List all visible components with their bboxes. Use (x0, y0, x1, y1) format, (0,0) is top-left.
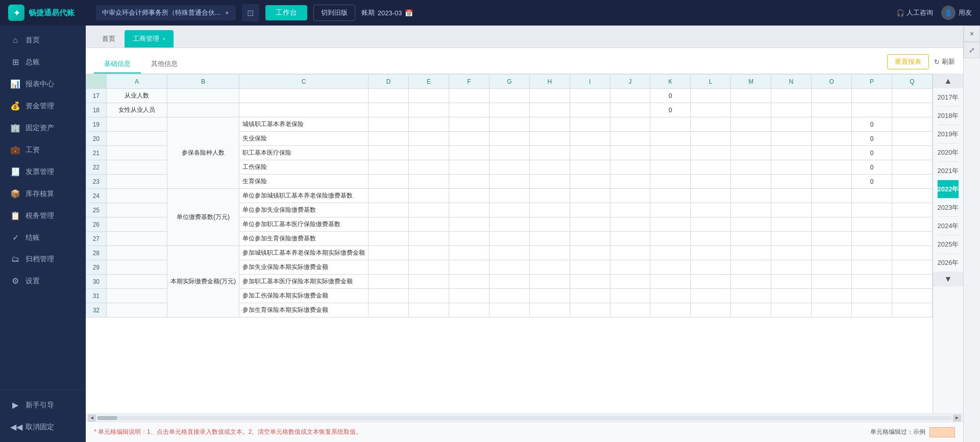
cell-col-l[interactable] (691, 275, 731, 289)
cell-col-j[interactable] (610, 246, 650, 260)
cell-col-q[interactable] (892, 146, 932, 160)
cell-col-a[interactable] (106, 289, 167, 303)
cell-col-e[interactable] (409, 203, 449, 217)
cell-col-g[interactable] (489, 289, 529, 303)
cell-col-j[interactable] (610, 303, 650, 317)
cell-col-k[interactable] (650, 189, 691, 203)
cell-col-l[interactable] (691, 175, 731, 189)
cell-col-h[interactable] (529, 189, 570, 203)
cell-col-i[interactable] (570, 275, 610, 289)
cell-col-o[interactable] (812, 132, 852, 146)
cell-col-i[interactable] (570, 117, 610, 132)
cell-col-q[interactable] (892, 132, 932, 146)
cell-col-p[interactable]: 0 (852, 175, 892, 189)
cell-col-p[interactable] (852, 303, 892, 317)
cell-col-l[interactable] (691, 89, 731, 103)
cell-col-b[interactable] (167, 89, 239, 103)
col-header-o[interactable]: O (812, 75, 852, 89)
cell-col-f[interactable] (449, 303, 489, 317)
cell-col-g[interactable] (489, 275, 529, 289)
cell-col-k[interactable] (650, 146, 691, 160)
cell-col-l[interactable] (691, 146, 731, 160)
company-icon-btn[interactable]: ⊡ (242, 4, 259, 21)
scroll-right-btn[interactable]: ▶ (953, 414, 961, 422)
col-header-d[interactable]: D (369, 75, 409, 89)
sidebar-item-finance[interactable]: 💰 资金管理 (0, 95, 86, 117)
cell-col-h[interactable] (529, 117, 570, 132)
cell-col-j[interactable] (610, 203, 650, 217)
cell-col-l[interactable] (691, 303, 731, 317)
cell-col-g[interactable] (489, 89, 529, 103)
cell-col-a[interactable] (106, 175, 167, 189)
cell-col-b[interactable] (167, 103, 239, 117)
cell-col-e[interactable] (409, 146, 449, 160)
cell-col-e[interactable] (409, 275, 449, 289)
cell-col-f[interactable] (449, 103, 489, 117)
cell-col-m[interactable] (731, 303, 771, 317)
cell-col-b[interactable]: 单位缴费基数(万元) (167, 189, 239, 246)
spreadsheet-container[interactable]: A B C D E F G H I J K L (86, 74, 933, 413)
sidebar-item-unpin[interactable]: ◀◀ 取消固定 (0, 416, 86, 438)
cell-col-k[interactable] (650, 289, 691, 303)
cell-col-k[interactable] (650, 303, 691, 317)
cell-col-j[interactable] (610, 289, 650, 303)
cell-col-g[interactable] (489, 260, 529, 275)
cell-col-k[interactable] (650, 132, 691, 146)
cell-col-g[interactable] (489, 189, 529, 203)
sidebar-item-reports[interactable]: 📊 报表中心 (0, 73, 86, 95)
cell-col-c[interactable]: 单位参加生育保险缴费基数 (239, 232, 369, 246)
service-button[interactable]: 🎧 人工咨询 (896, 8, 933, 17)
cell-col-j[interactable] (610, 132, 650, 146)
cell-col-k[interactable] (650, 217, 691, 232)
cell-col-i[interactable] (570, 160, 610, 175)
cell-col-o[interactable] (812, 160, 852, 175)
cell-col-l[interactable] (691, 217, 731, 232)
cell-col-h[interactable] (529, 175, 570, 189)
cell-col-j[interactable] (610, 160, 650, 175)
cell-col-m[interactable] (731, 146, 771, 160)
cell-col-k[interactable] (650, 260, 691, 275)
cell-col-l[interactable] (691, 160, 731, 175)
sidebar-item-settings[interactable]: ⚙ 设置 (0, 270, 86, 292)
cell-col-o[interactable] (812, 203, 852, 217)
company-selector[interactable]: 中审众环会计师事务所（特殊普通合伙... ▼ (96, 5, 236, 20)
cell-col-a[interactable] (106, 217, 167, 232)
cell-col-q[interactable] (892, 189, 932, 203)
cell-col-o[interactable] (812, 289, 852, 303)
cell-col-d[interactable] (369, 260, 409, 275)
close-window-button[interactable]: × (964, 26, 980, 42)
year-item[interactable]: 2022年 (938, 180, 959, 199)
cell-col-q[interactable] (892, 217, 932, 232)
cell-col-c[interactable]: 职工基本医疗保险 (239, 146, 369, 160)
cell-col-g[interactable] (489, 132, 529, 146)
cell-col-a[interactable]: 从业人数 (106, 89, 167, 103)
cell-col-a[interactable] (106, 260, 167, 275)
cell-col-i[interactable] (570, 203, 610, 217)
cell-col-l[interactable] (691, 189, 731, 203)
cell-col-p[interactable] (852, 260, 892, 275)
cell-col-c[interactable]: 生育保险 (239, 175, 369, 189)
cell-col-d[interactable] (369, 146, 409, 160)
cell-col-i[interactable] (570, 146, 610, 160)
col-header-i[interactable]: I (570, 75, 610, 89)
cell-col-b[interactable]: 本期实际缴费金额(万元) (167, 246, 239, 317)
cell-col-j[interactable] (610, 103, 650, 117)
cell-col-h[interactable] (529, 289, 570, 303)
cell-col-q[interactable] (892, 89, 932, 103)
cell-col-e[interactable] (409, 260, 449, 275)
cell-col-a[interactable]: 女性从业人员 (106, 103, 167, 117)
cell-col-c[interactable]: 失业保险 (239, 132, 369, 146)
cell-col-m[interactable] (731, 189, 771, 203)
cell-col-c[interactable]: 参加城镇职工基本养老保险本期实际缴费金额 (239, 246, 369, 260)
cell-col-l[interactable] (691, 132, 731, 146)
sidebar-item-archive[interactable]: 🗂 归档管理 (0, 249, 86, 270)
cell-col-g[interactable] (489, 217, 529, 232)
cell-col-e[interactable] (409, 289, 449, 303)
cell-col-o[interactable] (812, 89, 852, 103)
cell-col-c[interactable]: 单位参加城镇职工基本养老保险缴费基数 (239, 189, 369, 203)
cell-col-p[interactable]: 0 (852, 117, 892, 132)
cell-col-c[interactable]: 城镇职工基本养老保险 (239, 117, 369, 132)
cell-col-p[interactable]: 0 (852, 160, 892, 175)
cell-col-c[interactable]: 工伤保险 (239, 160, 369, 175)
cell-col-j[interactable] (610, 275, 650, 289)
